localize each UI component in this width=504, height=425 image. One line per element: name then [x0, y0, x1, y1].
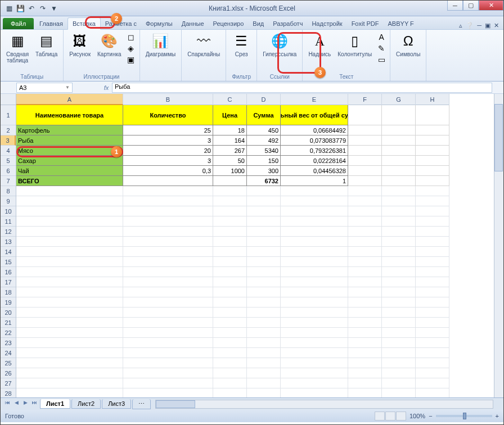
row-header-6[interactable]: 6: [1, 166, 16, 176]
tab-data[interactable]: Данные: [177, 18, 209, 29]
zoom-out-button[interactable]: −: [429, 413, 432, 419]
cell[interactable]: [416, 166, 449, 176]
tab-foxit[interactable]: Foxit PDF: [347, 18, 384, 29]
cell-weight[interactable]: 0,06684492: [281, 125, 348, 135]
cell[interactable]: [123, 206, 213, 216]
cell[interactable]: [416, 105, 449, 125]
cell[interactable]: [247, 247, 281, 257]
cell[interactable]: [213, 338, 247, 348]
row-headers[interactable]: 1234567891011121314151617181920212223242…: [1, 105, 16, 397]
cell[interactable]: [281, 227, 348, 237]
cell[interactable]: [382, 237, 416, 247]
cell[interactable]: [382, 368, 416, 378]
cell[interactable]: [416, 135, 449, 146]
cell[interactable]: [16, 318, 123, 328]
cell[interactable]: [281, 328, 348, 338]
cell[interactable]: [382, 297, 416, 308]
cell[interactable]: [416, 247, 449, 257]
cell[interactable]: [348, 358, 382, 368]
sheet-nav-last[interactable]: ⏭: [30, 400, 39, 409]
row-header-25[interactable]: 25: [1, 358, 16, 368]
cell[interactable]: [16, 297, 123, 308]
cell[interactable]: [247, 196, 281, 206]
cell[interactable]: [382, 166, 416, 176]
zoom-level[interactable]: 100%: [410, 413, 425, 419]
cell[interactable]: [213, 247, 247, 257]
cell[interactable]: [16, 328, 123, 338]
cell[interactable]: [247, 328, 281, 338]
cell-qty[interactable]: 0,3: [123, 166, 213, 176]
cell-total-name[interactable]: ВСЕГО: [16, 176, 123, 186]
cell[interactable]: [382, 135, 416, 146]
row-header-22[interactable]: 22: [1, 328, 16, 338]
cell[interactable]: [281, 388, 348, 397]
cell[interactable]: [213, 206, 247, 216]
cell[interactable]: [247, 308, 281, 318]
row-header-4[interactable]: 4: [1, 146, 16, 156]
cell[interactable]: [213, 186, 247, 196]
close-button[interactable]: ✕: [479, 1, 503, 11]
row-header-28[interactable]: 28: [1, 388, 16, 397]
cell[interactable]: [348, 105, 382, 125]
cell[interactable]: [348, 186, 382, 196]
sheet-tab-3[interactable]: Лист3: [102, 399, 131, 409]
undo-icon[interactable]: ↶: [26, 3, 37, 13]
cell[interactable]: [16, 308, 123, 318]
cell[interactable]: [416, 176, 449, 186]
cell[interactable]: [213, 227, 247, 237]
cell[interactable]: [213, 176, 247, 186]
row-header-23[interactable]: 23: [1, 338, 16, 348]
cell[interactable]: [348, 125, 382, 135]
cell[interactable]: [416, 368, 449, 378]
tab-file[interactable]: Файл: [3, 18, 34, 29]
doc-close-icon[interactable]: ✕: [494, 22, 499, 29]
cell[interactable]: [247, 368, 281, 378]
cell[interactable]: [213, 297, 247, 308]
save-icon[interactable]: 💾: [15, 3, 25, 13]
cell[interactable]: [382, 125, 416, 135]
cell[interactable]: [281, 267, 348, 277]
cell[interactable]: [281, 358, 348, 368]
cell[interactable]: [416, 277, 449, 287]
wordart-icon[interactable]: A: [376, 32, 386, 42]
cell-name[interactable]: Мясо: [16, 146, 123, 156]
cell[interactable]: [16, 277, 123, 287]
cell[interactable]: [382, 358, 416, 368]
tab-review[interactable]: Рецензиро: [209, 18, 249, 29]
cell[interactable]: [382, 227, 416, 237]
tab-developer[interactable]: Разработч: [268, 18, 307, 29]
doc-restore-icon[interactable]: ▣: [485, 22, 490, 29]
sheet-nav-next[interactable]: ▶: [21, 400, 30, 409]
hscroll-thumb[interactable]: [156, 400, 195, 408]
cell-weight[interactable]: 0,793226381: [281, 146, 348, 156]
cell[interactable]: [213, 287, 247, 297]
cell[interactable]: [123, 287, 213, 297]
row-header-8[interactable]: 8: [1, 186, 16, 196]
cell[interactable]: [123, 308, 213, 318]
cell[interactable]: [348, 206, 382, 216]
cell[interactable]: [382, 267, 416, 277]
cell[interactable]: [348, 237, 382, 247]
signature-icon[interactable]: ✎: [376, 43, 386, 53]
cell-total-sum[interactable]: 6732: [247, 176, 281, 186]
cell[interactable]: [247, 297, 281, 308]
maximize-button[interactable]: ▢: [463, 1, 479, 11]
cell[interactable]: [16, 237, 123, 247]
cell[interactable]: [213, 267, 247, 277]
cell-sum[interactable]: 150: [247, 156, 281, 166]
zoom-in-button[interactable]: +: [496, 413, 499, 419]
cell[interactable]: [247, 348, 281, 358]
cell[interactable]: [382, 176, 416, 186]
cell[interactable]: [213, 237, 247, 247]
cell-price[interactable]: 50: [213, 156, 247, 166]
table-button[interactable]: ▤Таблица: [33, 31, 60, 58]
view-break-button[interactable]: [396, 412, 406, 421]
cell[interactable]: [348, 267, 382, 277]
tab-abbyy[interactable]: ABBYY F: [384, 18, 418, 29]
cell[interactable]: [382, 348, 416, 358]
cell[interactable]: [348, 338, 382, 348]
horizontal-scrollbar[interactable]: [155, 400, 493, 409]
col-header-C[interactable]: C: [213, 94, 247, 105]
cell[interactable]: [416, 348, 449, 358]
cell[interactable]: [382, 308, 416, 318]
